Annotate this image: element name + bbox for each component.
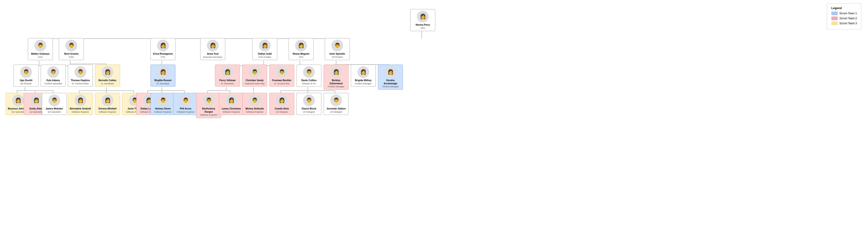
legend-label-1: Scrum Team 1 xyxy=(839,12,857,15)
title-brigida: Product Manager xyxy=(355,82,372,85)
node-birgitta[interactable]: 👩 Birgitta Rosoni Sr. Developer xyxy=(149,64,177,87)
node-matteo[interactable]: 👨 Matteo Gobeaux COO xyxy=(27,38,54,60)
avatar-ugo: 👨 xyxy=(20,66,32,78)
card-laney: 👩 Laney Christmas Software Engineer xyxy=(219,93,244,115)
title-christian: Outbound Sales Rep xyxy=(245,82,265,85)
avatar-bent: 👨 xyxy=(65,40,77,51)
name-thomas: Thomas Hopkins xyxy=(71,79,90,82)
avatar-percy: 👩 xyxy=(222,66,234,78)
name-ugo: Ugo Duckit xyxy=(20,79,32,82)
title-thomas: Sr. Content Writer xyxy=(72,82,89,85)
avatar-brigida: 👩 xyxy=(358,66,369,78)
avatar-gianni: 👨 xyxy=(303,94,315,106)
node-mickey[interactable]: 👨 Mickey Neilands Software Engineer xyxy=(241,93,268,115)
name-dorena: Dorena Whebell xyxy=(98,107,116,110)
node-freeman[interactable]: 👨 Freeman Beuhler Sr. Account Rep xyxy=(268,64,296,87)
node-berkley[interactable]: 👩 Berkley Esherwood Product Manager xyxy=(322,64,350,90)
node-dathyl[interactable]: 👩 Dathyl Judd SVP of Sales xyxy=(251,38,278,60)
card-thomas: 👨 Thomas Hopkins Sr. Content Writer xyxy=(68,64,93,87)
node-james[interactable]: 👨 James Webster QA Specialist xyxy=(41,93,68,115)
legend-color-2 xyxy=(831,17,838,20)
name-jeremiah: Jeremiah Oakton xyxy=(327,107,346,110)
node-dante[interactable]: 👨 Dante Collins Director of UX xyxy=(296,64,322,87)
title-jeremiah: UX Designer xyxy=(330,111,342,113)
title-kendra: Product Manager xyxy=(382,85,399,88)
avatar-thomas: 👨 xyxy=(74,66,86,78)
card-freeman: 👨 Freeman Beuhler Sr. Account Rep xyxy=(269,64,294,87)
node-kendra[interactable]: 👩 Kendra Scrammage Product Manager xyxy=(377,64,404,90)
node-laney[interactable]: 👩 Laney Christmas Software Engineer xyxy=(218,93,245,115)
legend-color-3 xyxy=(831,22,838,25)
node-erica[interactable]: 👩 Erica Romaguera CTO xyxy=(149,38,177,60)
title-camila: UX Designer xyxy=(276,111,288,113)
card-brigida: 👩 Brigida Withey Product Manager xyxy=(351,64,376,87)
node-camila[interactable]: 👩 Camila Hintz UX Designer xyxy=(268,93,296,115)
avatar-berkley: 👩 xyxy=(330,66,342,78)
title-erica: CTO xyxy=(161,56,165,58)
card-bernadine: 👩 Bernadine Godsell Software Engineer xyxy=(68,93,93,115)
node-jeremiah[interactable]: 👨 Jeremiah Oakton UX Designer xyxy=(322,93,350,115)
node-thomas[interactable]: 👨 Thomas Hopkins Sr. Content Writer xyxy=(67,64,94,87)
card-ugo: 👨 Ugo Duckit QA Director xyxy=(13,64,38,87)
name-gianni: Gianni Block xyxy=(302,107,316,110)
title-laney: Software Engineer xyxy=(222,111,240,113)
legend-item-3: Scrum Team 3 xyxy=(831,22,857,25)
title-phil: Software Engineer xyxy=(177,111,194,113)
avatar-bernadine: 👩 xyxy=(74,94,86,106)
node-irwin[interactable]: 👨 Irwin Spinello VP Product xyxy=(324,38,351,60)
node-bernelle[interactable]: 👩 Bernelle Cubley Sr. Developer xyxy=(94,64,121,87)
avatar-camila: 👩 xyxy=(276,94,288,106)
card-holmes: 👨 Holmes Dever Software Engineer xyxy=(151,93,176,115)
org-chart: Legend Scrum Team 1 Scrum Team 2 Scrum T… xyxy=(0,0,868,247)
avatar-bartholemy: 👨 xyxy=(203,94,215,106)
card-bartholemy: 👨 Bartholemy Durgan Software Engineer xyxy=(196,93,221,118)
node-gianni[interactable]: 👨 Gianni Block UX Designer xyxy=(296,93,322,115)
name-shana: Shana Maguire xyxy=(293,52,310,56)
node-brigida[interactable]: 👩 Brigida Withey Product Manager xyxy=(350,64,377,87)
avatar-matteo: 👨 xyxy=(34,40,46,51)
legend-color-1 xyxy=(831,11,838,15)
title-bernelle: Sr. Developer xyxy=(101,82,114,85)
title-anna: Executive Secretary xyxy=(203,56,222,58)
avatar-beyonce: 👩 xyxy=(12,94,24,106)
avatar-mickey: 👨 xyxy=(249,94,260,106)
node-ugo[interactable]: 👨 Ugo Duckit QA Director xyxy=(12,64,40,87)
node-anna[interactable]: 👩 Anna Yost Executive Secretary xyxy=(199,38,226,60)
name-berkley: Berkley Esherwood xyxy=(325,79,347,85)
avatar-dante: 👨 xyxy=(303,66,315,78)
avatar-irwin: 👨 xyxy=(331,40,343,51)
card-dorena: 👩 Dorena Whebell Software Engineer xyxy=(95,93,120,115)
node-bent[interactable]: 👨 Bent Grasha CMO xyxy=(58,38,85,60)
name-matteo: Matteo Gobeaux xyxy=(31,52,50,56)
title-dathyl: SVP of Sales xyxy=(258,56,271,58)
node-dorena[interactable]: 👩 Dorena Whebell Software Engineer xyxy=(94,93,121,115)
title-berkley: Product Manager xyxy=(328,85,344,88)
node-shana[interactable]: 👩 Shana Maguire CFO xyxy=(287,38,315,60)
avatar-shana: 👩 xyxy=(295,40,307,51)
legend: Legend Scrum Team 1 Scrum Team 2 Scrum T… xyxy=(827,3,861,29)
name-erica: Erica Romaguera xyxy=(153,52,173,56)
card-gianni: 👨 Gianni Block UX Designer xyxy=(297,93,321,115)
avatar-laney: 👩 xyxy=(225,94,237,106)
name-brigida: Brigida Withey xyxy=(355,79,371,82)
node-norma[interactable]: 👩 Norma Perry CEO xyxy=(409,9,436,31)
avatar-freeman: 👨 xyxy=(276,66,288,78)
title-ugo: QA Director xyxy=(20,82,31,85)
node-percy[interactable]: 👩 Percy Veltman Sr. Developer xyxy=(214,64,241,87)
card-norma: 👩 Norma Perry CEO xyxy=(410,9,435,31)
name-holmes: Holmes Dever xyxy=(155,107,171,110)
title-bent: CMO xyxy=(69,56,74,58)
avatar-james: 👨 xyxy=(49,94,60,106)
title-james: QA Specialist xyxy=(48,111,61,113)
card-irwin: 👨 Irwin Spinello VP Product xyxy=(325,38,350,60)
node-bernadine[interactable]: 👩 Bernadine Godsell Software Engineer xyxy=(67,93,94,115)
card-anna: 👩 Anna Yost Executive Secretary xyxy=(200,38,225,60)
card-bent: 👨 Bent Grasha CMO xyxy=(59,38,84,60)
tree-container: 👩 Norma Perry CEO 👨 Matteo Gobeaux COO 👨… xyxy=(0,4,868,247)
connector-lines xyxy=(0,4,868,247)
node-christian[interactable]: 👨 Christian Vandy Outbound Sales Rep xyxy=(241,64,268,87)
avatar-anna: 👩 xyxy=(207,40,219,51)
node-kyle[interactable]: 👨 Kyle Adams Content Specialist xyxy=(40,64,67,87)
legend-title: Legend xyxy=(831,6,857,10)
card-dathyl: 👩 Dathyl Judd SVP of Sales xyxy=(252,38,277,60)
